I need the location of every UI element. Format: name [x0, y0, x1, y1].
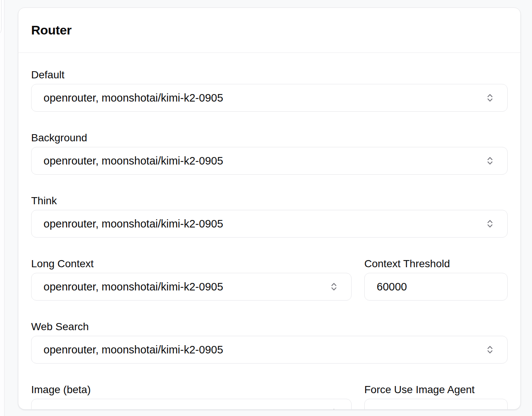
background-card-corner: [0, 0, 2, 35]
long-context-label: Long Context: [31, 257, 352, 271]
default-model-select-value: openrouter, moonshotai/kimi-k2-0905: [44, 92, 223, 104]
context-threshold-input[interactable]: [364, 273, 508, 301]
page-title: Router: [31, 23, 72, 37]
default-model-select[interactable]: openrouter, moonshotai/kimi-k2-0905: [31, 84, 508, 112]
page: Router Default openrouter, moonshotai/ki…: [0, 0, 532, 416]
chevron-up-down-icon: [485, 219, 495, 229]
background-model-select[interactable]: openrouter, moonshotai/kimi-k2-0905: [31, 147, 508, 175]
field-default: Default openrouter, moonshotai/kimi-k2-0…: [31, 68, 508, 112]
background-model-select-value: openrouter, moonshotai/kimi-k2-0905: [44, 155, 223, 167]
long-context-model-select[interactable]: openrouter, moonshotai/kimi-k2-0905: [31, 273, 352, 301]
think-label: Think: [31, 194, 508, 208]
card-body: Default openrouter, moonshotai/kimi-k2-0…: [18, 53, 520, 410]
left-panel-edge: [0, 0, 5, 416]
chevron-up-down-icon: [329, 282, 339, 292]
image-label: Image (beta): [31, 383, 352, 397]
force-use-image-agent-input[interactable]: [364, 399, 508, 410]
field-image: Image (beta): [31, 383, 352, 410]
web-search-model-select-value: openrouter, moonshotai/kimi-k2-0905: [44, 344, 223, 356]
router-card: Router Default openrouter, moonshotai/ki…: [18, 7, 521, 410]
field-long-context: Long Context openrouter, moonshotai/kimi…: [31, 257, 352, 301]
force-use-image-agent-label: Force Use Image Agent: [364, 383, 508, 397]
card-header: Router: [18, 8, 520, 53]
think-model-select[interactable]: openrouter, moonshotai/kimi-k2-0905: [31, 210, 508, 238]
chevron-up-down-icon: [329, 408, 339, 410]
chevron-up-down-icon: [485, 156, 495, 166]
default-label: Default: [31, 68, 508, 82]
field-background: Background openrouter, moonshotai/kimi-k…: [31, 131, 508, 175]
background-label: Background: [31, 131, 508, 145]
chevron-up-down-icon: [485, 345, 495, 355]
image-model-select[interactable]: [31, 399, 352, 410]
context-threshold-label: Context Threshold: [364, 257, 508, 271]
row-long-context: Long Context openrouter, moonshotai/kimi…: [31, 257, 508, 301]
field-web-search: Web Search openrouter, moonshotai/kimi-k…: [31, 320, 508, 364]
think-model-select-value: openrouter, moonshotai/kimi-k2-0905: [44, 218, 223, 230]
chevron-up-down-icon: [485, 93, 495, 103]
web-search-label: Web Search: [31, 320, 508, 334]
row-image: Image (beta) Force Use Image Agent: [31, 383, 508, 410]
long-context-model-select-value: openrouter, moonshotai/kimi-k2-0905: [44, 281, 223, 293]
field-context-threshold: Context Threshold: [364, 257, 508, 301]
web-search-model-select[interactable]: openrouter, moonshotai/kimi-k2-0905: [31, 336, 508, 364]
field-force-use-image-agent: Force Use Image Agent: [364, 383, 508, 410]
field-think: Think openrouter, moonshotai/kimi-k2-090…: [31, 194, 508, 238]
